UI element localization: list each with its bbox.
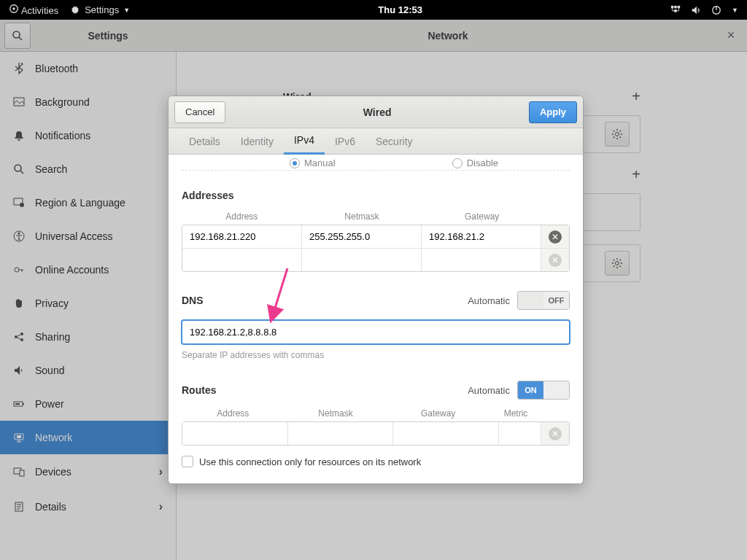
gateway-input[interactable] [422, 249, 541, 271]
route-gateway-input[interactable] [393, 422, 499, 445]
dialog-body: Manual Disable Addresses Address Netmask… [169, 155, 583, 483]
network-icon [670, 5, 681, 15]
power-icon [711, 5, 721, 15]
app-menu[interactable]: Settings ▼ [70, 4, 130, 15]
netmask-input[interactable] [302, 249, 422, 271]
dns-help-text: Separate IP addresses with commas [182, 350, 570, 360]
tab-ipv6[interactable]: IPv6 [325, 128, 365, 155]
gateway-input[interactable] [422, 225, 541, 248]
routes-heading: Routes [182, 384, 216, 396]
delete-row-button[interactable]: ✕ [541, 225, 569, 248]
route-row: ✕ [182, 421, 570, 446]
svg-point-1 [12, 7, 15, 10]
dns-servers-input[interactable] [182, 320, 570, 344]
radio-manual[interactable]: Manual [290, 158, 336, 168]
only-resources-checkbox-row[interactable]: Use this connection only for resources o… [182, 456, 570, 467]
cancel-button[interactable]: Cancel [174, 101, 225, 123]
delete-icon: ✕ [549, 427, 562, 440]
gnome-topbar: Activities Settings ▼ Thu 12:53 ▼ [0, 0, 747, 20]
wired-settings-dialog: Cancel Wired Apply Details Identity IPv4… [168, 96, 584, 484]
address-row: ✕ [182, 249, 569, 271]
dialog-title: Wired [225, 106, 528, 118]
tab-security[interactable]: Security [365, 128, 423, 155]
delete-icon: ✕ [549, 254, 562, 267]
method-radios: Manual Disable [182, 155, 570, 171]
tab-identity[interactable]: Identity [231, 128, 284, 155]
clock[interactable]: Thu 12:53 [130, 4, 670, 15]
addresses-table: ✕ ✕ [182, 225, 570, 272]
dns-automatic-switch[interactable]: OFF [517, 291, 570, 310]
address-input[interactable] [182, 225, 302, 248]
addresses-heading: Addresses [182, 190, 570, 201]
route-metric-input[interactable] [499, 422, 541, 445]
addresses-column-headers: Address Netmask Gateway [182, 211, 570, 222]
chevron-down-icon: ▼ [732, 7, 738, 14]
svg-rect-4 [678, 5, 681, 8]
delete-row-button[interactable]: ✕ [541, 249, 569, 271]
routes-automatic-label: Automatic [468, 385, 510, 396]
dns-heading-row: DNS Automatic OFF [182, 291, 570, 310]
svg-rect-2 [671, 5, 674, 8]
route-netmask-input[interactable] [288, 422, 394, 445]
netmask-input[interactable] [302, 225, 422, 248]
routes-automatic-switch[interactable]: ON [517, 381, 570, 400]
checkbox-icon [182, 456, 193, 467]
tab-ipv4[interactable]: IPv4 [284, 128, 325, 155]
dialog-headerbar: Cancel Wired Apply [169, 96, 583, 128]
radio-dot-icon [290, 158, 300, 168]
dialog-tabs: Details Identity IPv4 IPv6 Security [169, 128, 583, 155]
route-address-input[interactable] [182, 422, 288, 445]
volume-icon [691, 5, 701, 15]
delete-icon: ✕ [549, 230, 562, 244]
radio-disable[interactable]: Disable [452, 158, 498, 168]
activities-button[interactable]: Activities [9, 4, 58, 16]
only-resources-label: Use this connection only for resources o… [199, 456, 421, 467]
radio-dot-icon [452, 158, 462, 168]
settings-icon [70, 5, 80, 15]
tab-details[interactable]: Details [179, 128, 231, 155]
system-tray[interactable]: ▼ [670, 5, 738, 15]
routes-column-headers: Address Netmask Gateway Metric [182, 408, 570, 419]
address-row: ✕ [182, 225, 569, 249]
svg-rect-3 [674, 5, 677, 8]
routes-heading-row: Routes Automatic ON [182, 381, 570, 400]
dns-automatic-label: Automatic [468, 295, 510, 306]
dns-heading: DNS [182, 295, 204, 306]
address-input[interactable] [182, 249, 302, 271]
activities-icon [9, 4, 19, 14]
delete-route-button[interactable]: ✕ [541, 422, 569, 445]
apply-button[interactable]: Apply [529, 101, 577, 123]
